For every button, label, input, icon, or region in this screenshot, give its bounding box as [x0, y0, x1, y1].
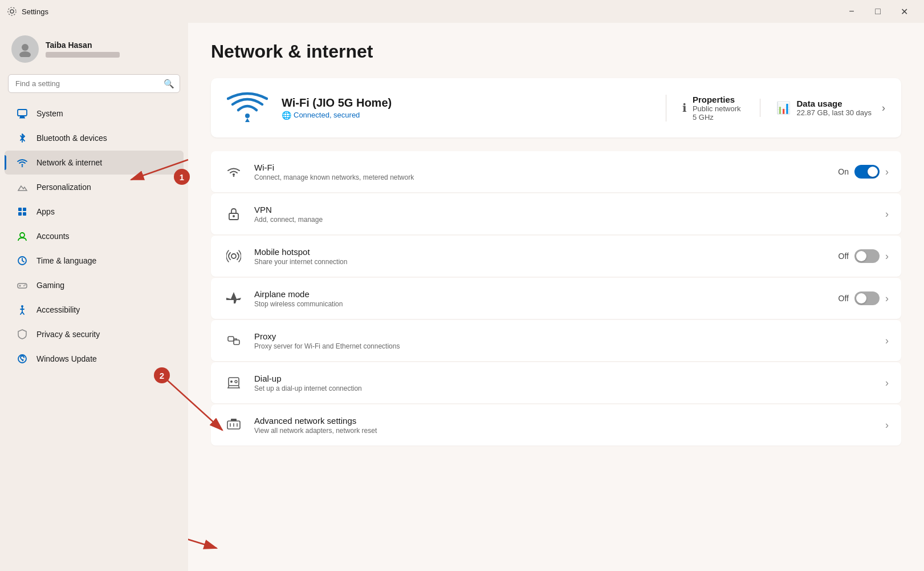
wifi-toggle-label: On	[838, 167, 849, 176]
apps-nav-label: Apps	[36, 207, 55, 216]
airplane-toggle[interactable]	[854, 291, 880, 305]
hotspot-desc: Share your internet connection	[254, 258, 828, 266]
sidebar: Taiba Hasan 🔍 System Bluetooth & devices…	[0, 23, 188, 571]
wifi-status: 🌐 Connected, secured	[282, 111, 646, 120]
svg-point-7	[22, 164, 23, 166]
hotspot-icon	[223, 246, 244, 266]
airplane-text: Airplane mode Stop wireless communicatio…	[254, 289, 828, 308]
user-name: Taiba Hasan	[46, 41, 120, 50]
svg-point-28	[235, 380, 237, 383]
maximize-button[interactable]: □	[865, 2, 891, 21]
advanced-title: Advanced network settings	[254, 416, 875, 426]
search-box: 🔍	[8, 74, 180, 93]
svg-point-23	[231, 254, 236, 258]
settings-row-airplane[interactable]: Airplane mode Stop wireless communicatio…	[211, 278, 901, 319]
svg-rect-24	[228, 337, 234, 341]
svg-point-0	[10, 10, 14, 13]
wifi-desc: Connect, manage known networks, metered …	[254, 173, 828, 181]
settings-row-advanced[interactable]: Advanced network settings View all netwo…	[211, 404, 901, 446]
svg-point-3	[19, 51, 31, 57]
sidebar-item-update[interactable]: Windows Update	[5, 347, 184, 371]
airplane-icon	[223, 288, 244, 309]
airplane-title: Airplane mode	[254, 289, 828, 299]
wifi-toggle[interactable]	[854, 165, 880, 179]
properties-label: Properties	[693, 95, 741, 104]
svg-rect-6	[19, 118, 25, 119]
wifi-icon	[223, 161, 244, 182]
settings-row-vpn[interactable]: VPN Add, connect, manage ›	[211, 193, 901, 234]
sidebar-item-system[interactable]: System	[5, 102, 184, 125]
svg-rect-30	[231, 419, 237, 421]
hotspot-right: Off ›	[838, 249, 889, 263]
data-usage-sub: 22.87 GB, last 30 days	[796, 108, 872, 117]
main-content: Network & internet Wi-Fi (JIO	[188, 23, 924, 571]
privacy-nav-icon	[16, 328, 29, 341]
system-nav-icon	[16, 107, 29, 120]
airplane-toggle-thumb	[856, 293, 866, 303]
sidebar-item-time[interactable]: Time & language	[5, 249, 184, 273]
sidebar-item-accessibility[interactable]: Accessibility	[5, 298, 184, 322]
wifi-info: Wi-Fi (JIO 5G Home) 🌐 Connected, secured	[282, 96, 646, 120]
minimize-button[interactable]: −	[838, 2, 865, 21]
time-nav-label: Time & language	[36, 256, 96, 265]
sidebar-item-apps[interactable]: Apps	[5, 200, 184, 224]
advanced-desc: View all network adapters, network reset	[254, 427, 875, 435]
vpn-right: ›	[885, 208, 889, 220]
data-info: Data usage 22.87 GB, last 30 days	[796, 99, 872, 117]
accounts-nav-icon	[16, 230, 29, 242]
dialup-desc: Set up a dial-up internet connection	[254, 384, 875, 392]
search-icon: 🔍	[164, 79, 174, 89]
sidebar-item-accounts[interactable]: Accounts	[5, 224, 184, 248]
globe-icon: 🌐	[282, 111, 291, 120]
data-usage-chevron: ›	[882, 102, 885, 114]
hotspot-toggle[interactable]	[854, 249, 880, 263]
wifi-data-usage[interactable]: 📊 Data usage 22.87 GB, last 30 days ›	[760, 99, 885, 117]
advanced-text: Advanced network settings View all netwo…	[254, 416, 875, 435]
svg-rect-11	[23, 212, 26, 216]
system-nav-label: System	[36, 109, 63, 118]
dialup-icon	[223, 372, 244, 393]
svg-point-2	[22, 44, 29, 51]
settings-row-dialup[interactable]: Dial-up Set up a dial-up internet connec…	[211, 362, 901, 403]
close-button[interactable]: ✕	[891, 2, 917, 21]
network-nav-label: Network & internet	[36, 158, 102, 167]
settings-row-hotspot[interactable]: Mobile hotspot Share your internet conne…	[211, 236, 901, 277]
svg-point-19	[245, 114, 250, 118]
sidebar-item-network[interactable]: Network & internet	[5, 151, 184, 175]
wifi-hero-card[interactable]: Wi-Fi (JIO 5G Home) 🌐 Connected, secured…	[211, 78, 901, 137]
proxy-title: Proxy	[254, 331, 875, 341]
airplane-desc: Stop wireless communication	[254, 300, 828, 308]
settings-list: Wi-Fi Connect, manage known networks, me…	[211, 151, 901, 446]
page-title: Network & internet	[211, 41, 901, 62]
wifi-properties: ℹ Properties Public network 5 GHz	[666, 95, 741, 122]
wifi-text: Wi-Fi Connect, manage known networks, me…	[254, 163, 828, 181]
user-profile[interactable]: Taiba Hasan	[0, 30, 188, 74]
settings-row-proxy[interactable]: Proxy Proxy server for Wi-Fi and Etherne…	[211, 320, 901, 361]
wifi-chevron: ›	[885, 166, 889, 178]
sidebar-item-bluetooth[interactable]: Bluetooth & devices	[5, 126, 184, 150]
sidebar-item-personalization[interactable]: Personalization	[5, 175, 184, 199]
search-input[interactable]	[8, 74, 180, 93]
update-nav-icon	[16, 353, 29, 365]
window-title: Settings	[22, 7, 838, 16]
gaming-nav-icon	[16, 279, 29, 291]
wifi-title: Wi-Fi	[254, 163, 828, 172]
sidebar-item-gaming[interactable]: Gaming	[5, 273, 184, 297]
hotspot-text: Mobile hotspot Share your internet conne…	[254, 247, 828, 266]
vpn-title: VPN	[254, 205, 875, 214]
window-controls: − □ ✕	[838, 2, 917, 21]
svg-rect-10	[18, 212, 22, 216]
dialup-right: ›	[885, 377, 889, 389]
svg-line-35	[188, 503, 217, 548]
proxy-text: Proxy Proxy server for Wi-Fi and Etherne…	[254, 331, 875, 350]
proxy-chevron: ›	[885, 335, 889, 347]
proxy-icon	[223, 330, 244, 351]
bluetooth-nav-icon	[16, 132, 29, 144]
time-nav-icon	[16, 254, 29, 267]
wifi-hero-icon	[227, 91, 268, 125]
data-usage-icon: 📊	[776, 101, 791, 115]
vpn-icon	[223, 204, 244, 224]
dialup-text: Dial-up Set up a dial-up internet connec…	[254, 374, 875, 392]
settings-row-wifi[interactable]: Wi-Fi Connect, manage known networks, me…	[211, 151, 901, 192]
sidebar-item-privacy[interactable]: Privacy & security	[5, 322, 184, 346]
